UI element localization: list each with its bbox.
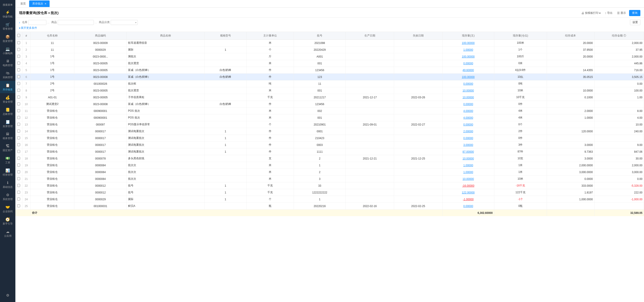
row-qty-main[interactable]: -1.00000 bbox=[442, 196, 494, 203]
product-input[interactable] bbox=[58, 20, 94, 25]
row-qty-main[interactable]: 3.00000 bbox=[442, 141, 494, 148]
settings-gear-icon[interactable]: ⚙ bbox=[5, 291, 10, 300]
tab-close-icon[interactable]: ✕ bbox=[44, 3, 46, 5]
row-checkbox[interactable] bbox=[17, 191, 20, 194]
row-checkbox[interactable] bbox=[17, 55, 20, 58]
row-qty-main[interactable]: 87.00000 bbox=[442, 148, 494, 155]
filter-expand-left-icon[interactable]: › bbox=[19, 21, 20, 24]
sidebar-item-tax[interactable]: 🏛 税务管理 bbox=[0, 130, 16, 142]
row-checkbox[interactable] bbox=[17, 184, 20, 187]
row-qty-main[interactable]: -16.00000 bbox=[442, 182, 494, 189]
sidebar-item-finance[interactable]: 💰 资金管理 bbox=[0, 93, 16, 105]
row-checkbox[interactable] bbox=[17, 123, 20, 126]
row-qty-main[interactable]: 4.00000 bbox=[442, 114, 494, 121]
sidebar-item-retail[interactable]: 🛒 零售管理 bbox=[0, 20, 16, 32]
sidebar-item-enterprise[interactable]: 🤝 企业协同 bbox=[0, 203, 16, 215]
row-checkbox[interactable] bbox=[17, 150, 20, 153]
invoice-icon: 🧾 bbox=[1, 120, 14, 124]
row-qty-main[interactable]: 10.00000 bbox=[442, 94, 494, 101]
row-qty-main[interactable]: 1.00000 bbox=[442, 162, 494, 169]
row-qty-main[interactable]: 2.00000 bbox=[442, 128, 494, 135]
tab-home[interactable]: 首页 bbox=[17, 1, 29, 7]
sidebar-item-purchase[interactable]: 🛍 采购管理 bbox=[0, 69, 16, 81]
sidebar-item-invoice[interactable]: 🧾 发票管理 bbox=[0, 118, 16, 130]
row-checkbox[interactable] bbox=[17, 109, 20, 112]
row-checkbox[interactable] bbox=[17, 82, 20, 85]
sidebar-item-cloud[interactable]: ☁ 云应用 bbox=[0, 227, 16, 239]
sidebar-search[interactable]: 搜索菜单 bbox=[0, 2, 16, 8]
sidebar-item-ecommerce[interactable]: 🖥 电商管理 bbox=[0, 57, 16, 69]
sidebar-item-quick-nav[interactable]: ⚡ 快捷导航 bbox=[0, 8, 16, 20]
row-checkbox[interactable] bbox=[17, 204, 20, 207]
print-button[interactable]: 🖨 按模板打印 ▾ bbox=[580, 11, 602, 16]
row-qty-main[interactable]: 49.60000 bbox=[442, 67, 494, 74]
row-checkbox[interactable] bbox=[17, 89, 20, 92]
row-qty-main[interactable]: 100.00000 bbox=[442, 74, 494, 80]
row-qty-main[interactable]: 0.00000 bbox=[442, 203, 494, 210]
row-checkbox[interactable] bbox=[17, 164, 20, 167]
row-checkbox[interactable] bbox=[17, 198, 20, 201]
row-qty-main[interactable]: 1.00000 bbox=[442, 46, 494, 53]
row-qty-main[interactable]: 0.00000 bbox=[442, 135, 494, 141]
row-qty-main[interactable]: 1.00000 bbox=[442, 169, 494, 176]
row-warehouse: 营业粘仓 bbox=[30, 135, 74, 141]
row-checkbox[interactable] bbox=[17, 170, 20, 173]
row-total-cost: 716.00 bbox=[594, 67, 644, 74]
sidebar-item-ledger[interactable]: 📒 总账管理 bbox=[0, 105, 16, 118]
table-row: 4 1号 0023-00005 批次透货 米 001 0.00000 0米 44… bbox=[16, 60, 644, 67]
table-wrapper: # 仓库名称 商品编码 商品名称 规格型号 主计量单位 批号 生产日期 失效日期… bbox=[16, 32, 644, 302]
row-checkbox[interactable] bbox=[17, 41, 20, 44]
row-checkbox[interactable] bbox=[17, 96, 20, 99]
category-select[interactable] bbox=[110, 20, 138, 25]
sidebar-item-inventory[interactable]: 📋 库存核查 bbox=[0, 81, 16, 93]
row-checkbox[interactable] bbox=[17, 75, 20, 78]
sidebar-item-basic-info[interactable]: ℹ 基础信息 bbox=[0, 178, 16, 191]
row-checkbox[interactable] bbox=[17, 143, 20, 146]
filter-expand-btn[interactable]: ▾ 展开更多条件 bbox=[19, 26, 640, 30]
export-button[interactable]: ↑ 导出 bbox=[604, 11, 614, 16]
display-button[interactable]: ☰ 显示 bbox=[616, 11, 627, 16]
row-checkbox-cell bbox=[16, 189, 22, 196]
row-batch: 3 bbox=[294, 176, 346, 182]
row-checkbox[interactable] bbox=[17, 157, 20, 160]
row-qty-main[interactable]: 0.00000 bbox=[442, 121, 494, 128]
row-qty-main[interactable]: 0.00000 bbox=[442, 80, 494, 87]
tab-inventory-batch[interactable]: 库存批次 ✕ bbox=[29, 1, 50, 7]
row-name: 批号 bbox=[126, 182, 204, 189]
row-name: 测批次 bbox=[126, 53, 204, 60]
row-qty-main[interactable]: 10.00000 bbox=[442, 155, 494, 162]
row-checkbox[interactable] bbox=[17, 177, 20, 180]
select-all-checkbox[interactable] bbox=[17, 34, 20, 37]
sidebar-item-system[interactable]: ⚙ 系统管理 bbox=[0, 191, 16, 203]
row-qty-main[interactable]: 100.00000 bbox=[442, 40, 494, 46]
row-code: 000097 bbox=[74, 121, 126, 128]
sidebar-item-ecommerce-small[interactable]: 💻 小脑电商 bbox=[0, 45, 16, 57]
row-checkbox[interactable] bbox=[17, 48, 20, 51]
sidebar-item-wholesale[interactable]: 📦 批发管理 bbox=[0, 32, 16, 45]
warehouse-input[interactable] bbox=[28, 20, 46, 25]
tax-icon: 🏛 bbox=[1, 132, 14, 136]
settings-button[interactable]: 设置 bbox=[630, 20, 640, 25]
sidebar-item-salary[interactable]: 💵 工资 bbox=[0, 154, 16, 166]
row-checkbox[interactable] bbox=[17, 68, 20, 71]
row-warehouse: 营业粘仓 bbox=[30, 189, 74, 196]
row-checkbox[interactable] bbox=[17, 62, 20, 65]
row-qty-main[interactable]: 4.00000 bbox=[442, 108, 494, 114]
row-qty-main[interactable]: 0.00000 bbox=[442, 60, 494, 67]
row-qty-main[interactable]: 122.00000 bbox=[442, 189, 494, 196]
sidebar-item-operations[interactable]: 📊 经营管理 bbox=[0, 166, 16, 178]
row-qty-main[interactable]: 10.00000 bbox=[442, 87, 494, 94]
row-produce-date: 2021-12-17 bbox=[346, 94, 394, 101]
row-checkbox[interactable] bbox=[17, 130, 20, 132]
row-qty-main[interactable]: 10.00000 bbox=[442, 176, 494, 182]
row-checkbox[interactable] bbox=[17, 136, 20, 139]
row-checkbox[interactable] bbox=[17, 102, 20, 105]
row-qty-main[interactable]: 0.00000 bbox=[442, 101, 494, 108]
col-qty-store: 现存量(仓位) bbox=[494, 32, 547, 40]
query-button[interactable]: 查询 bbox=[629, 10, 640, 16]
row-checkbox[interactable] bbox=[17, 116, 20, 119]
row-qty-main[interactable]: 100.00000 bbox=[442, 53, 494, 60]
sidebar-item-guide[interactable]: 🧭 新手引导 bbox=[0, 215, 16, 227]
sidebar-item-assets[interactable]: 🏗 固定资产 bbox=[0, 142, 16, 154]
table-row: 23 营业粘仓 0000012 批号 1 千克 1222222222 122.0… bbox=[16, 189, 644, 196]
